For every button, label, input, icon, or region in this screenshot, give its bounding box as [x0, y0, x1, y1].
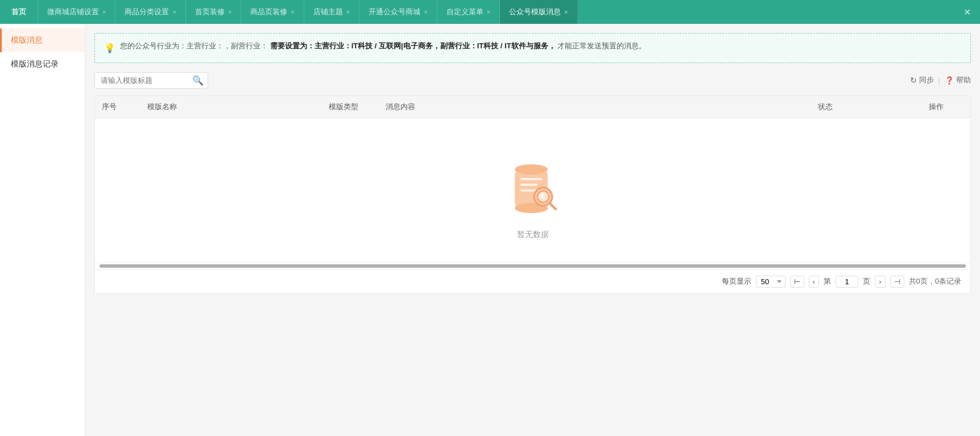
close-product-decoration-icon[interactable]: ×: [291, 9, 294, 15]
notice-text-before: 您的公众号行业为：主营行业：，副营行业：: [120, 41, 268, 50]
close-all-icon: ✕: [964, 7, 971, 17]
search-left: 🔍: [94, 72, 208, 89]
search-input[interactable]: [94, 72, 208, 89]
close-open-mall-icon[interactable]: ×: [424, 9, 427, 15]
col-header-content: 消息内容: [379, 96, 811, 118]
sync-label: 同步: [919, 75, 934, 85]
notice-text-after: 才能正常发送预置的消息。: [557, 41, 646, 50]
horizontal-scrollbar[interactable]: [95, 263, 970, 269]
empty-state: 暂无数据: [95, 118, 970, 263]
svg-line-9: [549, 203, 556, 209]
sidebar-item-template-msg-record[interactable]: 模版消息记录: [0, 52, 85, 76]
nav-tab-custom-menu[interactable]: 自定义菜单 ×: [437, 0, 500, 24]
nav-tab-category-settings-label: 商品分类设置: [125, 7, 169, 17]
total-info: 共0页，0条记录: [909, 276, 961, 286]
nav-tab-home-decoration-label: 首页装修: [195, 7, 225, 17]
nav-tab-product-decoration[interactable]: 商品页装修 ×: [241, 0, 304, 24]
nav-tab-shop-theme[interactable]: 店铺主题 ×: [304, 0, 359, 24]
nav-tab-open-mall-label: 开通公众号商城: [369, 7, 420, 17]
scrollbar-thumb[interactable]: [100, 264, 966, 268]
col-header-action: 操作: [902, 96, 970, 118]
first-page-button[interactable]: ⊢: [790, 276, 804, 288]
search-button[interactable]: 🔍: [192, 75, 204, 86]
svg-point-2: [515, 164, 548, 175]
nav-tab-home-label: 首页: [11, 7, 26, 17]
col-header-type: 模版类型: [322, 96, 379, 118]
search-right: ↻ 同步 | ❓ 帮助: [910, 75, 971, 85]
page-size-select[interactable]: 50 10 20 100: [756, 276, 785, 288]
next-page-button[interactable]: ›: [875, 276, 885, 288]
nav-tab-shop-settings[interactable]: 微商城店铺设置 ×: [38, 0, 115, 24]
scrollbar-track[interactable]: [100, 264, 966, 268]
close-category-settings-icon[interactable]: ×: [172, 9, 176, 15]
svg-rect-5: [520, 184, 537, 186]
close-template-msg-icon[interactable]: ×: [564, 9, 568, 15]
main-layout: 模版消息 模版消息记录 💡 您的公众号行业为：主营行业：，副营行业： 需要设置为…: [0, 24, 980, 436]
sidebar-item-template-msg-record-label: 模版消息记录: [11, 59, 59, 68]
sidebar-item-template-msg-label: 模版消息: [11, 35, 43, 44]
nav-tab-home[interactable]: 首页: [0, 0, 38, 24]
close-shop-settings-icon[interactable]: ×: [102, 9, 106, 15]
notice-text: 您的公众号行业为：主营行业：，副营行业： 需要设置为：主营行业：IT科技 / 互…: [120, 40, 646, 52]
current-page-input[interactable]: [836, 276, 858, 288]
nav-tab-product-decoration-label: 商品页装修: [250, 7, 287, 17]
nav-tab-shop-settings-label: 微商城店铺设置: [47, 7, 99, 17]
search-input-wrap: 🔍: [94, 72, 208, 89]
empty-text: 暂无数据: [517, 230, 549, 240]
nav-tab-template-msg-label: 公众号模版消息: [509, 7, 561, 17]
page-label-after: 页: [863, 276, 870, 286]
table-header: 序号 模版名称 模版类型 消息内容 状态 操作: [95, 96, 970, 118]
svg-rect-4: [520, 178, 542, 180]
close-all-button[interactable]: ✕: [954, 7, 980, 18]
col-header-name: 模版名称: [140, 96, 322, 118]
page-label-before: 第: [824, 276, 831, 286]
nav-tab-custom-menu-label: 自定义菜单: [446, 7, 483, 17]
nav-tab-home-decoration[interactable]: 首页装修 ×: [186, 0, 241, 24]
divider: |: [938, 76, 940, 85]
data-table: 序号 模版名称 模版类型 消息内容 状态 操作: [94, 95, 971, 294]
last-page-button[interactable]: ⊣: [890, 276, 904, 288]
close-home-decoration-icon[interactable]: ×: [228, 9, 231, 15]
top-nav: 首页 微商城店铺设置 × 商品分类设置 × 首页装修 × 商品页装修 × 店铺主…: [0, 0, 980, 24]
help-label: 帮助: [956, 75, 971, 85]
prev-page-button[interactable]: ‹: [809, 276, 819, 288]
sync-icon: ↻: [910, 76, 917, 85]
col-header-seq: 序号: [95, 96, 140, 118]
sync-button[interactable]: ↻ 同步: [910, 75, 934, 85]
notice-highlight: 需要设置为：主营行业：IT科技 / 互联网|电子商务，副营行业：IT科技 / I…: [270, 41, 556, 50]
notice-banner: 💡 您的公众号行业为：主营行业：，副营行业： 需要设置为：主营行业：IT科技 /…: [94, 33, 971, 63]
svg-point-10: [540, 193, 544, 198]
sidebar: 模版消息 模版消息记录: [0, 24, 85, 436]
help-button[interactable]: ❓ 帮助: [945, 75, 971, 85]
notice-icon: 💡: [104, 41, 115, 56]
pagination: 每页显示 50 10 20 100 ⊢ ‹ 第 页 › ⊣ 共0页，0条记录: [95, 269, 970, 293]
empty-illustration: [499, 152, 567, 221]
close-shop-theme-icon[interactable]: ×: [346, 9, 350, 15]
close-custom-menu-icon[interactable]: ×: [487, 9, 490, 15]
nav-tab-category-settings[interactable]: 商品分类设置 ×: [115, 0, 185, 24]
sidebar-item-template-msg[interactable]: 模版消息: [0, 28, 85, 52]
content-area: 💡 您的公众号行业为：主营行业：，副营行业： 需要设置为：主营行业：IT科技 /…: [85, 24, 980, 436]
search-bar: 🔍 ↻ 同步 | ❓ 帮助: [94, 72, 971, 89]
col-header-status: 状态: [811, 96, 902, 118]
nav-tab-template-msg[interactable]: 公众号模版消息 ×: [500, 0, 577, 24]
nav-tab-open-mall[interactable]: 开通公众号商城 ×: [359, 0, 437, 24]
help-icon: ❓: [945, 76, 954, 85]
page-size-label: 每页显示: [722, 276, 751, 286]
nav-tab-shop-theme-label: 店铺主题: [313, 7, 343, 17]
